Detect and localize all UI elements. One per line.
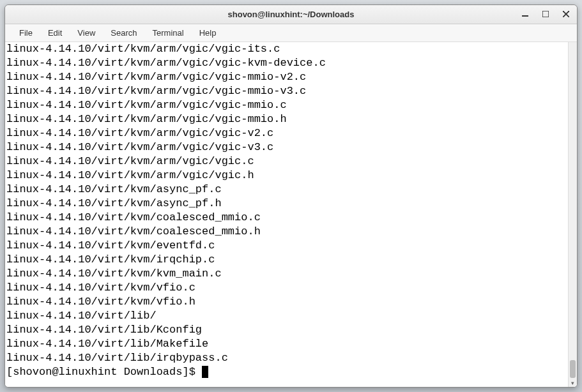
terminal-output-line: linux-4.14.10/virt/kvm/arm/vgic/vgic-v2.…	[6, 126, 567, 140]
scrollbar-down-arrow-icon[interactable]: ▾	[570, 379, 576, 387]
terminal-output-line: linux-4.14.10/virt/kvm/arm/vgic/vgic-mmi…	[6, 112, 567, 126]
maximize-icon	[542, 11, 549, 17]
menu-help[interactable]: Help	[192, 26, 224, 40]
terminal-output-line: linux-4.14.10/virt/kvm/kvm_main.c	[6, 267, 567, 281]
terminal-output-line: linux-4.14.10/virt/lib/Kconfig	[6, 323, 567, 337]
menu-edit[interactable]: Edit	[40, 26, 70, 40]
terminal-output-line: linux-4.14.10/virt/kvm/async_pf.c	[6, 183, 567, 197]
menu-terminal[interactable]: Terminal	[145, 26, 192, 40]
terminal-output-line: linux-4.14.10/virt/lib/irqbypass.c	[6, 351, 567, 365]
terminal-output-line: linux-4.14.10/virt/kvm/arm/vgic/vgic-its…	[6, 42, 567, 56]
terminal-output-line: linux-4.14.10/virt/kvm/arm/vgic/vgic.c	[6, 155, 567, 169]
terminal-output-line: linux-4.14.10/virt/kvm/arm/vgic/vgic.h	[6, 169, 567, 183]
menu-view[interactable]: View	[70, 26, 103, 40]
window-controls	[518, 8, 573, 20]
terminal-output-line: linux-4.14.10/virt/kvm/coalesced_mmio.h	[6, 225, 567, 239]
terminal-output-line: linux-4.14.10/virt/kvm/arm/vgic/vgic-mmi…	[6, 70, 567, 84]
terminal-output-line: linux-4.14.10/virt/lib/Makefile	[6, 337, 567, 351]
scrollbar[interactable]: ▾	[568, 42, 577, 387]
titlebar: shovon@linuxhint:~/Downloads	[5, 5, 577, 24]
terminal-area[interactable]: linux-4.14.10/virt/kvm/arm/vgic/vgic-its…	[5, 42, 577, 387]
terminal-prompt[interactable]: [shovon@linuxhint Downloads]$	[6, 365, 567, 379]
terminal-output-line: linux-4.14.10/virt/kvm/arm/vgic/vgic-kvm…	[6, 56, 567, 70]
terminal-output-line: linux-4.14.10/virt/kvm/arm/vgic/vgic-v3.…	[6, 140, 567, 155]
close-button[interactable]	[559, 8, 573, 20]
terminal-cursor	[202, 366, 208, 378]
menubar: File Edit View Search Terminal Help	[5, 24, 577, 42]
svg-rect-0	[522, 15, 528, 17]
terminal-output-line: linux-4.14.10/virt/kvm/irqchip.c	[6, 253, 567, 267]
terminal-output-line: linux-4.14.10/virt/kvm/vfio.c	[6, 281, 567, 295]
window-title: shovon@linuxhint:~/Downloads	[228, 10, 355, 19]
terminal-output-line: linux-4.14.10/virt/kvm/arm/vgic/vgic-mmi…	[6, 84, 567, 98]
terminal-window: shovon@linuxhint:~/Downloads File E	[4, 4, 578, 388]
terminal-output-line: linux-4.14.10/virt/kvm/eventfd.c	[6, 239, 567, 253]
minimize-button[interactable]	[518, 8, 532, 20]
minimize-icon	[522, 11, 528, 17]
scrollbar-thumb[interactable]	[570, 360, 576, 378]
menu-search[interactable]: Search	[103, 26, 144, 40]
menu-file[interactable]: File	[11, 26, 40, 40]
terminal-content[interactable]: linux-4.14.10/virt/kvm/arm/vgic/vgic-its…	[5, 42, 568, 387]
terminal-output-line: linux-4.14.10/virt/lib/	[6, 309, 567, 323]
terminal-output-line: linux-4.14.10/virt/kvm/async_pf.h	[6, 197, 567, 211]
maximize-button[interactable]	[539, 8, 553, 20]
svg-rect-1	[542, 11, 549, 17]
close-icon	[563, 11, 569, 17]
terminal-output-line: linux-4.14.10/virt/kvm/arm/vgic/vgic-mmi…	[6, 98, 567, 112]
terminal-output-line: linux-4.14.10/virt/kvm/vfio.h	[6, 295, 567, 309]
terminal-output-line: linux-4.14.10/virt/kvm/coalesced_mmio.c	[6, 211, 567, 225]
